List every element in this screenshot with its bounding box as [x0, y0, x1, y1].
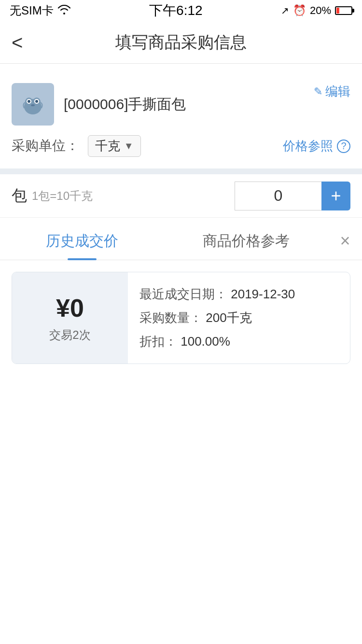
discount-row: 折扣： 100.00% [139, 333, 338, 350]
status-right: ↗ ⏰ 20% [281, 4, 352, 17]
status-bar: 无SIM卡 下午6:12 ↗ ⏰ 20% [0, 0, 362, 21]
currency-symbol: ¥ [56, 294, 70, 322]
chevron-down-icon: ▼ [124, 140, 134, 152]
price-value: ¥0 [56, 294, 84, 322]
price-ref-button[interactable]: 价格参照 ? [283, 138, 350, 154]
alarm-icon: ⏰ [293, 4, 306, 17]
svg-point-6 [35, 100, 38, 103]
tab-bar: 历史成交价 商品价格参考 × [0, 222, 362, 260]
panel-content: ¥0 交易2次 最近成交日期： 2019-12-30 采购数量： 200千克 折… [0, 260, 362, 376]
price-card-left: ¥0 交易2次 [12, 272, 128, 364]
carrier-text: 无SIM卡 [10, 3, 54, 18]
unit-dropdown[interactable]: 千克 ▼ [88, 135, 141, 157]
gps-icon: ↗ [281, 5, 289, 16]
price-card: ¥0 交易2次 最近成交日期： 2019-12-30 采购数量： 200千克 折… [12, 272, 350, 364]
product-unit-row: 采购单位： 千克 ▼ 价格参照 ? [12, 135, 350, 157]
panel-container: 历史成交价 商品价格参考 × ¥0 交易2次 最近成交日期： 2019-12-3… [0, 222, 362, 376]
battery-percent: 20% [310, 4, 331, 17]
product-header: [0000006]手撕面包 ✎ 编辑 [12, 83, 350, 126]
nav-bar: < 填写商品采购信息 [0, 21, 362, 64]
unit-label: 采购单位： [12, 138, 79, 153]
status-left: 无SIM卡 [10, 3, 71, 18]
svg-point-5 [28, 100, 30, 103]
trade-count: 交易2次 [49, 327, 90, 343]
svg-point-7 [31, 104, 35, 106]
unit-selector-group: 采购单位： 千克 ▼ [12, 135, 141, 157]
product-section: [0000006]手撕面包 ✎ 编辑 采购单位： 千克 ▼ 价格参照 ? [0, 71, 362, 168]
unit-tag: 包 [12, 185, 27, 207]
purchase-qty-row: 采购数量： 200千克 [139, 309, 338, 326]
product-logo [12, 83, 54, 126]
help-icon: ? [337, 140, 350, 153]
unit-hint: 1包=10千克 [32, 188, 235, 204]
recent-date-row: 最近成交日期： 2019-12-30 [139, 286, 338, 303]
price-card-right: 最近成交日期： 2019-12-30 采购数量： 200千克 折扣： 100.0… [128, 272, 350, 364]
back-button[interactable]: < [12, 33, 23, 52]
page-title: 填写商品采购信息 [115, 31, 247, 54]
wifi-icon [57, 4, 71, 17]
status-time: 下午6:12 [149, 1, 203, 20]
section-divider [0, 168, 362, 174]
edit-button[interactable]: ✎ 编辑 [314, 83, 350, 100]
tab-product-price-ref[interactable]: 商品价格参考 [164, 222, 328, 260]
edit-icon: ✎ [314, 85, 322, 98]
quantity-plus-button[interactable]: + [321, 182, 350, 210]
product-name: [0000006]手撕面包 [64, 95, 186, 114]
product-left: [0000006]手撕面包 [12, 83, 186, 126]
tab-history-price[interactable]: 历史成交价 [0, 222, 164, 260]
quantity-input-group: + [235, 182, 350, 210]
quantity-row: 包 1包=10千克 + [0, 174, 362, 218]
quantity-input[interactable] [235, 182, 321, 210]
tab-close-button[interactable]: × [328, 222, 362, 260]
battery-icon [335, 6, 352, 15]
